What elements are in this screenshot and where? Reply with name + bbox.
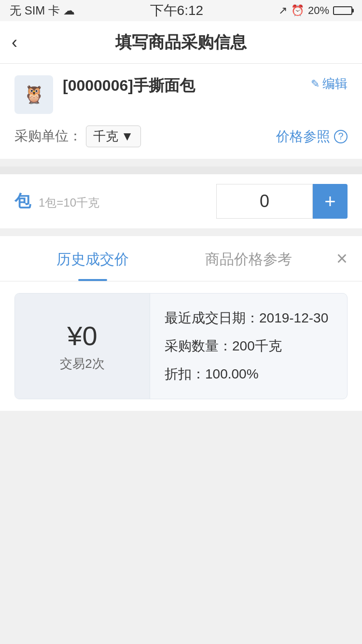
unit-row-left: 采购单位： 千克 ▼ [14, 126, 141, 147]
page-title: 填写商品采购信息 [115, 31, 247, 54]
status-left: 无 SIM 卡 ☁ [10, 3, 75, 18]
card-price-left: ¥0 交易2次 [15, 294, 150, 399]
tabs-section: 历史成交价 商品价格参考 × [0, 236, 362, 281]
product-left: 🦉 [0000006]手撕面包 [14, 75, 195, 114]
edit-icon: ✎ [311, 78, 320, 90]
battery-indicator [333, 6, 352, 15]
quantity-section: 包 1包=10千克 + [0, 174, 362, 228]
status-right: ↗ ⏰ 20% [278, 4, 352, 17]
status-time: 下午6:12 [150, 1, 204, 20]
alarm-icon: ⏰ [291, 4, 304, 17]
product-section: 🦉 [0000006]手撕面包 ✎ 编辑 采购单位： 千克 ▼ 价格参照 ? [0, 64, 362, 159]
quantity-input[interactable] [216, 184, 313, 219]
product-header: 🦉 [0000006]手撕面包 ✎ 编辑 [14, 75, 348, 114]
tab-history[interactable]: 历史成交价 [14, 236, 170, 281]
location-icon: ↗ [278, 4, 287, 17]
edit-button[interactable]: ✎ 编辑 [311, 75, 348, 92]
footer-area [0, 411, 362, 644]
price-amount: ¥0 [67, 320, 97, 351]
back-button[interactable]: ‹ [12, 32, 17, 53]
history-content: ¥0 交易2次 最近成交日期：2019-12-30 采购数量：200千克 折扣：… [0, 281, 362, 411]
unit-name: 包 [14, 190, 31, 212]
recent-date-line: 最近成交日期：2019-12-30 [165, 308, 333, 328]
card-info-right: 最近成交日期：2019-12-30 采购数量：200千克 折扣：100.00% [150, 294, 347, 399]
nav-bar: ‹ 填写商品采购信息 [0, 21, 362, 64]
quantity-line: 采购数量：200千克 [165, 336, 333, 356]
close-button[interactable]: × [327, 243, 348, 274]
tab-underline [78, 279, 107, 281]
battery-percent: 20% [308, 4, 329, 17]
quantity-plus-button[interactable]: + [313, 184, 348, 219]
quantity-label-group: 包 1包=10千克 [14, 190, 99, 212]
unit-select[interactable]: 千克 ▼ [86, 126, 141, 147]
unit-label: 采购单位： [14, 128, 82, 143]
trade-count: 交易2次 [60, 355, 104, 372]
discount-line: 折扣：100.00% [165, 364, 333, 384]
product-name-wrapper: [0000006]手撕面包 [63, 75, 195, 97]
sim-text: 无 SIM 卡 ☁ [10, 3, 75, 18]
tab-price-ref[interactable]: 商品价格参考 [170, 236, 326, 281]
product-unit-row: 采购单位： 千克 ▼ 价格参照 ? [14, 126, 348, 147]
history-card: ¥0 交易2次 最近成交日期：2019-12-30 采购数量：200千克 折扣：… [14, 293, 348, 399]
quantity-control: + [216, 184, 348, 219]
price-ref-button[interactable]: 价格参照 ? [276, 127, 348, 146]
product-owl-icon: 🦉 [23, 84, 45, 105]
section-divider [0, 167, 362, 174]
unit-hint: 1包=10千克 [39, 195, 99, 210]
product-name: [0000006]手撕面包 [63, 75, 195, 94]
status-bar: 无 SIM 卡 ☁ 下午6:12 ↗ ⏰ 20% [0, 0, 362, 21]
product-image: 🦉 [14, 75, 53, 114]
info-icon: ? [334, 130, 348, 143]
